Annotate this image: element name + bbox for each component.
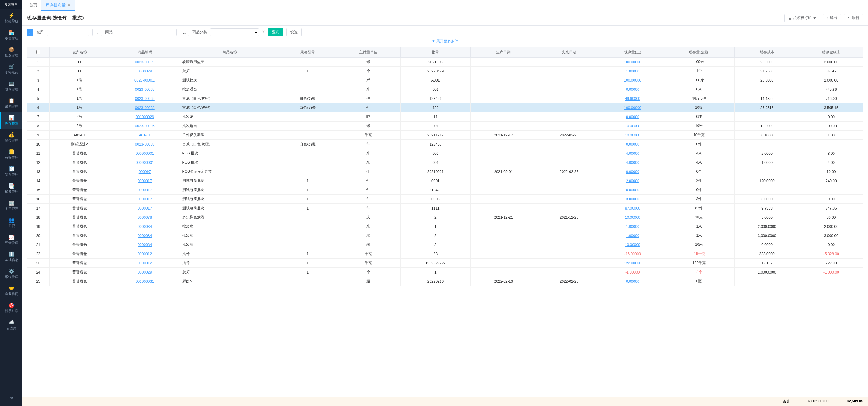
row-code[interactable]: 0023-00005	[110, 94, 180, 103]
tab-inventory-batch[interactable]: 库存批次量 ✕	[41, 0, 75, 11]
row-code[interactable]: 001000031	[110, 277, 180, 286]
row-code[interactable]: 0000078	[110, 213, 180, 222]
col-checkbox[interactable]	[27, 47, 50, 58]
sidebar-item-general[interactable]: 📒 总账管理	[0, 146, 22, 163]
select-all-checkbox[interactable]	[36, 50, 40, 54]
row-code[interactable]: 0000084	[110, 231, 180, 240]
row-code[interactable]: 000097	[110, 167, 180, 176]
row-qty-main[interactable]: 100.00000	[602, 58, 663, 67]
row-qty-main[interactable]: 0.00000	[602, 185, 663, 195]
sidebar-item-management[interactable]: 📈 经营管理	[0, 231, 22, 248]
row-code[interactable]: 0023-00008	[110, 103, 180, 112]
sidebar-item-newbie[interactable]: 🎯 新手引导	[0, 299, 22, 316]
export-button[interactable]: ↑ 导出	[823, 14, 841, 22]
category-select[interactable]	[210, 28, 259, 36]
sidebar-item-system[interactable]: ⚙️ 系统管理	[0, 265, 22, 282]
sidebar-item-ecommerce-small[interactable]: 🛒 小格电商	[0, 61, 22, 78]
row-no: 4	[27, 85, 50, 94]
row-code[interactable]: 000900001	[110, 149, 180, 158]
row-qty-main[interactable]: 0.00000	[602, 277, 663, 286]
row-unit: 米	[336, 231, 400, 240]
row-qty-main[interactable]: 0.00000	[602, 85, 663, 94]
sidebar-item-basic[interactable]: ℹ️ 基础信息	[0, 248, 22, 265]
row-code[interactable]: 0000012	[110, 249, 180, 259]
tab-home[interactable]: 首页	[25, 0, 41, 11]
row-qty-main[interactable]: 4.00000	[602, 149, 663, 158]
row-code[interactable]: 0000017	[110, 204, 180, 213]
print-button[interactable]: 🖨 按模板打印 ▼	[784, 14, 820, 22]
row-warehouse: 普普粉仓	[50, 195, 110, 204]
row-no: 15	[27, 185, 50, 195]
sidebar-item-inventory[interactable]: 📊 库存核算	[0, 112, 22, 129]
product-ellipsis-button[interactable]: ...	[180, 29, 189, 36]
row-code[interactable]: 0023-0000...	[110, 76, 180, 85]
row-code[interactable]: 0023-00009	[110, 58, 180, 67]
row-code[interactable]: 0000017	[110, 185, 180, 195]
sidebar-item-hr[interactable]: 👥 工资	[0, 214, 22, 231]
row-qty-main[interactable]: -16.00000	[602, 249, 663, 259]
settings-filter-button[interactable]: 设置	[286, 28, 302, 36]
row-code[interactable]: 0000084	[110, 240, 180, 249]
row-code[interactable]: 0023-00005	[110, 122, 180, 131]
search-button[interactable]: 查询	[268, 28, 283, 36]
sidebar-item-enterprise[interactable]: 🤝 企业协同	[0, 282, 22, 299]
sidebar-item-finance[interactable]: 💰 资金管理	[0, 129, 22, 146]
row-code[interactable]: 0000012	[110, 259, 180, 268]
sidebar-item-wholesale[interactable]: 📦 批发管理	[0, 43, 22, 61]
sidebar-item-ecommerce[interactable]: 💻 电商管理	[0, 78, 22, 95]
sidebar-item-invoice[interactable]: 🧾 发票管理	[0, 163, 22, 180]
category-clear-icon[interactable]: ×	[262, 29, 265, 35]
row-code[interactable]: A01-01	[110, 131, 180, 140]
row-exp-date	[536, 158, 602, 167]
row-cost: 2,000.0000	[735, 222, 799, 231]
row-code[interactable]: 0000017	[110, 195, 180, 204]
row-qty-main[interactable]: 2.00000	[602, 176, 663, 185]
row-code[interactable]: 0000084	[110, 222, 180, 231]
row-code[interactable]: 0023-00005	[110, 85, 180, 94]
row-batch: 123456	[400, 94, 471, 103]
row-qty-main[interactable]: 1.00000	[602, 222, 663, 231]
row-code[interactable]: 0023-00008	[110, 140, 180, 149]
sidebar-item-cloud[interactable]: ☁️ 云应用	[0, 316, 22, 334]
sidebar-item-purchase[interactable]: 📋 采购管理	[0, 95, 22, 112]
filter-expand-row[interactable]: ▼ 展开更多条件	[27, 38, 863, 44]
row-qty-main[interactable]: 49.60000	[602, 94, 663, 103]
row-qty-main[interactable]: 0.00000	[602, 112, 663, 122]
row-unit: 支	[336, 213, 400, 222]
sidebar-logo[interactable]: 搜索菜单	[0, 0, 22, 9]
row-no: 18	[27, 213, 50, 222]
tab-close-icon[interactable]: ✕	[67, 3, 70, 7]
warehouse-input[interactable]	[46, 29, 89, 36]
row-qty-main[interactable]: 122.00000	[602, 259, 663, 268]
product-input[interactable]	[116, 29, 177, 36]
filter-expand-button[interactable]: ›	[27, 29, 33, 36]
row-qty-main[interactable]: 3.00000	[602, 195, 663, 204]
warehouse-ellipsis-button[interactable]: ...	[92, 29, 102, 36]
row-qty-aux: 3件	[663, 195, 735, 204]
row-qty-main[interactable]: 1.00000	[602, 231, 663, 240]
row-code[interactable]: 000900001	[110, 158, 180, 167]
sidebar-settings[interactable]: ⚙	[8, 393, 14, 403]
row-qty-main[interactable]: 100.00000	[602, 76, 663, 85]
sidebar-item-tax[interactable]: 📑 税务管理	[0, 180, 22, 197]
row-code[interactable]: 0000029	[110, 67, 180, 76]
row-qty-main[interactable]: 10.00000	[602, 213, 663, 222]
row-qty-main[interactable]: 0.00000	[602, 140, 663, 149]
row-qty-main[interactable]: 10.00000	[602, 131, 663, 140]
row-qty-main[interactable]: 87.00000	[602, 204, 663, 213]
row-qty-main[interactable]: 10.00000	[602, 122, 663, 131]
sidebar-item-quick-nav[interactable]: ⚡ 快捷导航	[0, 9, 22, 27]
row-code[interactable]: 0000017	[110, 176, 180, 185]
refresh-button[interactable]: ↻ 刷新	[844, 14, 863, 22]
sidebar-item-fixed-assets[interactable]: 🏢 固定资产	[0, 197, 22, 214]
row-qty-main[interactable]: 4.00000	[602, 158, 663, 167]
row-qty-main[interactable]: 1.00000	[602, 67, 663, 76]
row-code[interactable]: 0000029	[110, 268, 180, 277]
sidebar-item-retail[interactable]: 🏪 零售管理	[0, 27, 22, 43]
row-qty-main[interactable]: 10.00000	[602, 240, 663, 249]
row-qty-main[interactable]: -1.00000	[602, 268, 663, 277]
row-unit: 吨	[336, 112, 400, 122]
row-code[interactable]: 001000026	[110, 112, 180, 122]
row-qty-main[interactable]: 100.00000	[602, 103, 663, 112]
row-qty-main[interactable]: 0.00000	[602, 167, 663, 176]
